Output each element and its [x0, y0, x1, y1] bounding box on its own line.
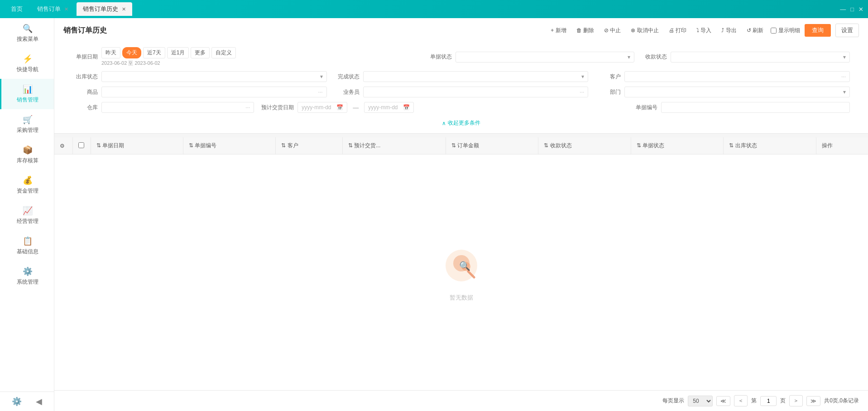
maximize-btn[interactable]: □ [850, 6, 854, 13]
empty-state: 🔍 暂无数据 [54, 155, 868, 390]
operations-icon: 📈 [23, 206, 33, 216]
tab-sales-order[interactable]: 销售订单 ✕ [31, 2, 75, 16]
sidebar-item-search-menu[interactable]: 🔍 搜索菜单 [0, 18, 54, 48]
salesperson-filter: 业务员 ··· [334, 87, 589, 97]
col-outbound-status[interactable]: ⇅ 出库状态 [724, 137, 816, 155]
completion-status-select[interactable]: ▾ [363, 71, 589, 82]
sidebar-item-base-info[interactable]: 📋 基础信息 [0, 231, 54, 261]
svg-text:🔍: 🔍 [459, 261, 470, 271]
stop-btn[interactable]: ⊘ 中止 [601, 25, 623, 36]
date-chip-last7[interactable]: 近7天 [143, 47, 165, 58]
col-date[interactable]: ⇅ 单据日期 [91, 137, 183, 155]
date-chip-last1m[interactable]: 近1月 [167, 47, 189, 58]
sidebar-item-purchase-mgmt[interactable]: 🛒 采购管理 [0, 109, 54, 140]
order-no-input[interactable] [661, 102, 850, 113]
col-actions: 操作 [816, 137, 868, 155]
close-sales-order-tab[interactable]: ✕ [64, 6, 68, 12]
query-button[interactable]: 查询 [805, 24, 831, 37]
product-ellipsis[interactable]: ··· [318, 89, 323, 95]
table-header-row: ⚙ ⇅ 单据日期 ⇅ 单据编号 [54, 137, 868, 155]
collapse-row[interactable]: ∧ 收起更多条件 [72, 117, 850, 129]
calendar-icon-end[interactable]: 📅 [403, 104, 410, 111]
inventory-icon: 📦 [23, 145, 33, 155]
salesperson-input[interactable]: ··· [363, 87, 589, 97]
current-page-input[interactable] [760, 396, 777, 406]
sidebar: 🔍 搜索菜单 ⚡ 快捷导航 📊 销售管理 🛒 采购管理 📦 库存核算 💰 资金管… [0, 18, 54, 411]
settings-button[interactable]: 设置 [835, 24, 859, 37]
next-page-btn[interactable]: ＞ [789, 395, 803, 406]
col-customer[interactable]: ⇅ 客户 [276, 137, 343, 155]
prev-page-btn[interactable]: ＜ [734, 395, 748, 406]
completion-status-arrow: ▾ [581, 73, 584, 80]
col-order-status[interactable]: ⇅ 单据状态 [631, 137, 723, 155]
product-label: 商品 [72, 88, 98, 96]
customer-input[interactable]: ··· [624, 71, 850, 82]
date-chip-yesterday[interactable]: 昨天 [101, 47, 120, 58]
receipt-status-select[interactable]: ▾ [671, 52, 850, 63]
page-size-select[interactable]: 50 10 20 100 [688, 396, 713, 406]
tab-home[interactable]: 首页 [5, 2, 29, 16]
filter-area: 单据日期 昨天 今天 近7天 近1月 更多 自定义 2023-06-02 至 2… [63, 43, 859, 133]
minimize-btn[interactable]: — [840, 6, 846, 13]
col-checkbox[interactable] [72, 137, 91, 155]
sys-mgmt-icon: ⚙️ [23, 266, 33, 276]
sidebar-item-inventory[interactable]: 📦 库存核算 [0, 140, 54, 170]
customer-ellipsis[interactable]: ··· [841, 73, 846, 80]
department-select[interactable]: ▾ [624, 87, 850, 97]
warehouse-input[interactable]: ··· [101, 102, 254, 113]
order-status-select[interactable]: ▾ [456, 52, 635, 63]
delete-btn[interactable]: 🗑 删除 [574, 25, 597, 36]
sidebar-collapse-icon[interactable]: ◀ [36, 396, 42, 406]
receipt-status-filter: 收款状态 ▾ [642, 52, 850, 63]
tab-sales-order-history[interactable]: 销售订单历史 ✕ [77, 2, 132, 16]
import-btn[interactable]: ⤵ 导入 [694, 25, 714, 36]
first-page-btn[interactable]: ≪ [716, 396, 730, 406]
outbound-status-select[interactable]: ▾ [101, 71, 327, 82]
filter-row-1: 单据日期 昨天 今天 近7天 近1月 更多 自定义 2023-06-02 至 2… [72, 47, 850, 67]
date-chips-row: 昨天 今天 近7天 近1月 更多 自定义 [101, 47, 236, 58]
main-layout: 🔍 搜索菜单 ⚡ 快捷导航 📊 销售管理 🛒 采购管理 📦 库存核算 💰 资金管… [0, 18, 868, 411]
customer-label: 客户 [595, 73, 621, 81]
completion-status-label: 完成状态 [334, 73, 360, 81]
calendar-icon-start[interactable]: 📅 [336, 104, 343, 111]
collapse-arrow-icon: ∧ [442, 120, 446, 126]
export-btn[interactable]: ⤴ 导出 [719, 25, 739, 36]
show-detail-checkbox[interactable]: 显示明细 [771, 27, 800, 34]
col-receipt-status[interactable]: ⇅ 收款状态 [538, 137, 631, 155]
purchase-mgmt-icon: 🛒 [23, 115, 33, 125]
salesperson-ellipsis[interactable]: ··· [580, 89, 584, 95]
date-chip-custom[interactable]: 自定义 [211, 47, 236, 58]
close-history-tab[interactable]: ✕ [122, 6, 126, 12]
product-input[interactable]: ··· [101, 87, 327, 97]
date-chip-today[interactable]: 今天 [122, 47, 141, 58]
sidebar-item-finance[interactable]: 💰 资金管理 [0, 170, 54, 200]
delivery-date-end[interactable]: yyyy-mm-dd 📅 [364, 102, 414, 113]
product-filter: 商品 ··· [72, 87, 327, 97]
show-detail-input[interactable] [771, 28, 777, 34]
date-chip-more[interactable]: 更多 [191, 47, 210, 58]
receipt-status-label: 收款状态 [642, 53, 667, 61]
sidebar-settings-icon[interactable]: ⚙️ [12, 396, 22, 406]
close-btn[interactable]: ✕ [858, 6, 863, 13]
col-amount[interactable]: ⇅ 订单金额 [446, 137, 538, 155]
warehouse-label: 仓库 [72, 104, 98, 111]
new-btn[interactable]: + 新增 [548, 25, 569, 36]
warehouse-ellipsis[interactable]: ··· [245, 104, 250, 111]
cancel-stop-btn[interactable]: ⊗ 取消中止 [628, 25, 661, 36]
col-expected-delivery[interactable]: ⇅ 预计交货... [342, 137, 446, 155]
sidebar-item-sales-mgmt[interactable]: 📊 销售管理 [0, 79, 54, 109]
sidebar-item-operations[interactable]: 📈 经营管理 [0, 200, 54, 231]
print-btn[interactable]: 🖨 打印 [666, 25, 689, 36]
department-label: 部门 [595, 88, 621, 96]
col-settings[interactable]: ⚙ [54, 137, 72, 155]
refresh-btn[interactable]: ↺ 刷新 [744, 25, 766, 36]
delivery-date-start[interactable]: yyyy-mm-dd 📅 [297, 102, 347, 113]
select-all-checkbox[interactable] [78, 142, 84, 148]
salesperson-label: 业务员 [334, 88, 360, 96]
last-page-btn[interactable]: ≫ [806, 396, 820, 406]
top-bar: 首页 销售订单 ✕ 销售订单历史 ✕ — □ ✕ [0, 0, 868, 18]
outbound-status-label: 出库状态 [72, 73, 98, 81]
col-no[interactable]: ⇅ 单据编号 [183, 137, 275, 155]
sidebar-item-sys-mgmt[interactable]: ⚙️ 系统管理 [0, 261, 54, 291]
sidebar-item-quick-nav[interactable]: ⚡ 快捷导航 [0, 48, 54, 79]
